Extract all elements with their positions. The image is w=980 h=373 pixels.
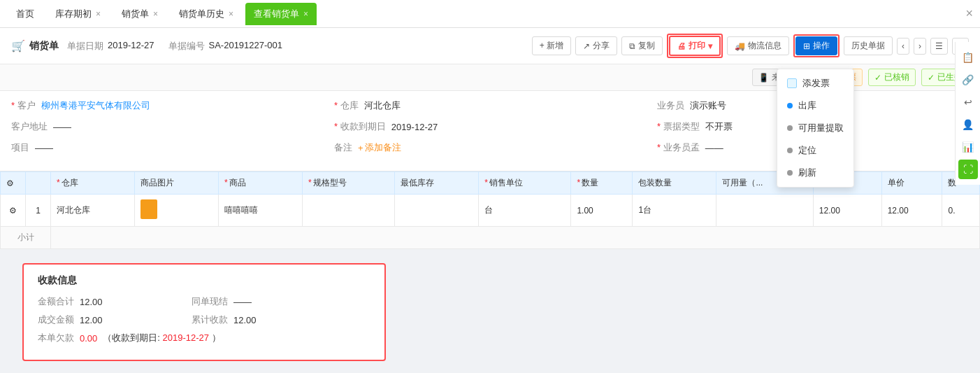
invoice-square-icon (787, 78, 797, 88)
col-image: 商品图片 (134, 172, 218, 195)
plus-icon: + (358, 143, 363, 153)
copy-button[interactable]: ⧉ 复制 (621, 36, 663, 55)
cell-subtotal-label: 小计 (1, 227, 51, 249)
col-unit: *销售单位 (479, 172, 571, 195)
refresh-dot-icon (787, 170, 793, 176)
cell-price: 12.00 (881, 195, 942, 227)
col-gear: ⚙ (1, 172, 26, 195)
warehouse-field: 仓库 河北仓库 (334, 99, 646, 112)
cum-item: 累计收款 12.00 (192, 314, 317, 326)
close-view-sales[interactable]: × (303, 9, 308, 19)
col-min-stock: 最低库存 (395, 172, 479, 195)
doc-icon: 🛒 (11, 39, 25, 52)
operate-button[interactable]: ⊞ 操作 (795, 36, 837, 55)
share-button[interactable]: ↗ 分享 (575, 36, 617, 55)
add-note-btn[interactable]: + 添加备注 (358, 141, 401, 154)
history-button[interactable]: 历史单据 (844, 36, 893, 55)
new-button[interactable]: + 新增 (532, 36, 571, 55)
cell-warehouse: 河北仓库 (51, 195, 135, 227)
doc-meta: 单据日期 2019-12-27 单据编号 SA-20191227-001 (67, 40, 282, 52)
customer-field: 客户 柳州粤港平安气体有限公司 (11, 99, 323, 112)
tab-inventory-init[interactable]: 库存期初 × (46, 3, 110, 25)
cell-current: 12.00 (813, 195, 881, 227)
close-inventory-init[interactable]: × (96, 9, 101, 19)
sidebar-icon-back[interactable]: ↩ (958, 92, 978, 112)
next-button[interactable]: › (914, 38, 926, 55)
doc-header: 🛒 销货单 单据日期 2019-12-27 单据编号 SA-20191227-0… (0, 28, 980, 64)
toolbar: + 新增 ↗ 分享 ⧉ 复制 🖨 打印 ▾ 🚚 物流信息 ⊞ 操作 历史单据 (532, 34, 969, 58)
project-field: 项目 —— (11, 141, 323, 154)
cell-spec (302, 195, 394, 227)
confirm-btn[interactable]: ✓ 已核销 (868, 69, 916, 86)
total-item: 金额合计 12.00 (38, 295, 164, 308)
col-spec: *规格型号 (302, 172, 394, 195)
tab-home[interactable]: 首页 (7, 3, 43, 25)
mobile-icon: 📱 (758, 73, 769, 83)
summary-box: 收款信息 金额合计 12.00 同单现结 —— 成交金额 12.00 累计收款 … (22, 263, 386, 361)
table-row: ⚙ 1 河北仓库 嘻嘻嘻嘻 台 1.00 1台 12.00 12.00 0. (1, 195, 980, 227)
settle-item: 同单现结 —— (192, 295, 317, 308)
effective-icon: ✓ (928, 73, 935, 83)
dropdown-refresh[interactable]: 刷新 (777, 162, 853, 184)
prev-button[interactable]: ‹ (897, 38, 909, 55)
locate-dot-icon (787, 148, 793, 153)
col-warehouse: *仓库 (51, 172, 135, 195)
tab-sales-order[interactable]: 销货单 × (113, 3, 167, 25)
col-no (26, 172, 51, 195)
owe-item: 本单欠款 0.00 （收款到期日: 2019-12-27 ） (38, 332, 221, 344)
copy-icon: ⧉ (629, 41, 635, 51)
share-icon: ↗ (583, 41, 590, 51)
close-sales-order[interactable]: × (153, 9, 158, 19)
cell-qty: 1.00 (571, 195, 633, 227)
list-view-button[interactable]: ☰ (930, 38, 948, 55)
print-button[interactable]: 🖨 打印 ▾ (669, 36, 721, 56)
cell-gear[interactable]: ⚙ (1, 195, 26, 227)
sidebar-icon-chart[interactable]: 📊 (958, 137, 978, 157)
col-price: 单价 (881, 172, 942, 195)
sidebar-icon-user[interactable]: 👤 (958, 115, 978, 134)
col-product: *商品 (218, 172, 302, 195)
cell-min-stock (395, 195, 479, 227)
cell-product: 嘻嘻嘻嘻 (218, 195, 302, 227)
operate-highlight: ⊞ 操作 (793, 34, 840, 57)
close-sales-history[interactable]: × (229, 9, 233, 19)
summary-row-1: 金额合计 12.00 同单现结 —— (38, 295, 370, 308)
print-highlight: 🖨 打印 ▾ (667, 34, 723, 58)
tab-bar: 首页 库存期初 × 销货单 × 销货单历史 × 查看销货单 × × (0, 0, 980, 28)
product-image (140, 199, 157, 219)
tab-view-sales[interactable]: 查看销货单 × (245, 3, 317, 25)
sidebar-icon-link[interactable]: 🔗 (958, 70, 978, 90)
sidebar-icon-doc[interactable]: 📋 (958, 48, 978, 67)
available-dot-icon (787, 125, 793, 131)
summary-title: 收款信息 (38, 274, 370, 287)
cell-pkg-qty: 1台 (633, 195, 716, 227)
logistics-icon: 🚚 (735, 41, 745, 51)
dropdown-locate[interactable]: 定位 (777, 139, 853, 162)
cell-unit: 台 (479, 195, 571, 227)
sidebar-icon-expand[interactable]: ⛶ (958, 160, 978, 179)
col-qty: *数量 (571, 172, 633, 195)
check-icon: ✓ (874, 73, 881, 83)
summary-row-3: 本单欠款 0.00 （收款到期日: 2019-12-27 ） (38, 332, 370, 344)
logistics-button[interactable]: 🚚 物流信息 (727, 36, 789, 55)
note-field: 备注 + 添加备注 (334, 141, 646, 154)
window-close-btn[interactable]: × (965, 6, 973, 21)
right-sidebar: 📋 🔗 ↩ 👤 📊 ⛶ (955, 42, 980, 185)
dropdown-outbound[interactable]: 出库 (777, 94, 853, 117)
due-date-field: 收款到期日 2019-12-27 (334, 120, 646, 133)
outbound-dot-icon (787, 103, 793, 108)
doc-title: 🛒 销货单 (11, 39, 59, 52)
cell-amount: 0. (942, 195, 980, 227)
tab-sales-history[interactable]: 销货单历史 × (170, 3, 243, 25)
dropdown-add-invoice[interactable]: 添发票 (777, 72, 853, 94)
cell-no: 1 (26, 195, 51, 227)
deal-item: 成交金额 12.00 (38, 314, 164, 326)
cell-subtotal-empty (51, 227, 980, 249)
address-field: 客户地址 —— (11, 120, 323, 133)
summary-row-2: 成交金额 12.00 累计收款 12.00 (38, 314, 370, 326)
cell-image (134, 195, 218, 227)
summary-area: 收款信息 金额合计 12.00 同单现结 —— 成交金额 12.00 累计收款 … (0, 249, 980, 373)
dropdown-available[interactable]: 可用量提取 (777, 117, 853, 139)
operate-icon: ⊞ (803, 41, 810, 51)
cell-available (716, 195, 813, 227)
